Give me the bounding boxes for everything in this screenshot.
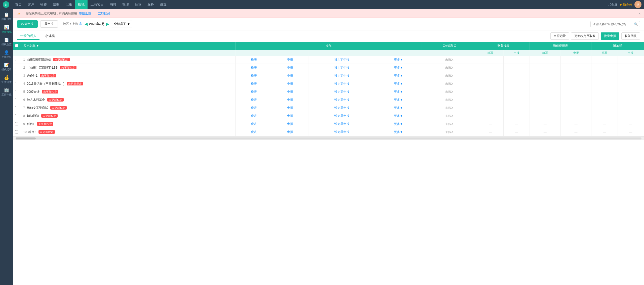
nav-bookkeeping[interactable]: 记账	[62, 0, 75, 9]
row-op1-3[interactable]: 税表	[236, 80, 272, 88]
row-check-5[interactable]	[15, 98, 18, 101]
row-op3-1[interactable]: 设为零申报	[308, 64, 375, 72]
row-op4-9[interactable]: 更多▼	[375, 128, 422, 136]
row-op2-3[interactable]: 申报	[272, 80, 308, 88]
retrieve-button[interactable]: 收取回执	[621, 32, 640, 40]
row-op4-7[interactable]: 更多▼	[375, 112, 422, 120]
type-tab-general[interactable]: 一般的税人	[17, 33, 39, 40]
sidebar-item-personal-tax[interactable]: 👤 个税申报	[0, 48, 13, 61]
nav-customer[interactable]: 客户	[25, 0, 37, 9]
row-op2-8[interactable]: 申报	[272, 120, 308, 128]
row-op2-5[interactable]: 申报	[272, 96, 308, 104]
horizontal-scrollbar[interactable]	[13, 136, 644, 140]
date-next-arrow[interactable]: ▶	[106, 22, 109, 26]
row-op4-0[interactable]: 更多▼	[375, 56, 422, 64]
notice-close-button[interactable]: ×	[639, 12, 641, 16]
row-check-3[interactable]	[15, 82, 18, 85]
row-f1-7: —	[477, 112, 503, 120]
fullscreen-button[interactable]: ⛶ 全屏	[608, 3, 617, 7]
row-op1-7[interactable]: 税表	[236, 112, 272, 120]
row-op1-2[interactable]: 税表	[236, 72, 272, 80]
row-op2-6[interactable]: 申报	[272, 104, 308, 112]
row-op3-4[interactable]: 设为零申报	[308, 88, 375, 96]
row-op2-9[interactable]: 申报	[272, 128, 308, 136]
row-op2-0[interactable]: 申报	[272, 56, 308, 64]
nav-tax[interactable]: 报税	[75, 0, 88, 9]
row-check-2[interactable]	[15, 74, 18, 77]
nav-billing[interactable]: 收费	[37, 0, 50, 9]
date-prev-arrow[interactable]: ◀	[85, 22, 88, 26]
nav-operation[interactable]: 经营	[132, 0, 144, 9]
row-op1-5[interactable]: 税表	[236, 96, 272, 104]
header-ca-status: CA状态 C	[422, 42, 477, 50]
notice-link-report[interactable]: 申报汇签	[79, 11, 91, 16]
nav-message[interactable]: 消息	[107, 0, 119, 9]
row-op3-2[interactable]: 设为零申报	[308, 72, 375, 80]
upgrade-button[interactable]: ▶ 畅会员	[620, 3, 632, 7]
row-op4-1[interactable]: 更多▼	[375, 64, 422, 72]
user-avatar[interactable]: U	[634, 1, 641, 8]
search-icon[interactable]: 🔍	[634, 22, 638, 26]
row-op1-8[interactable]: 税表	[236, 120, 272, 128]
row-op3-9[interactable]: 设为零申报	[308, 128, 375, 136]
row-check-4[interactable]	[15, 90, 18, 93]
nav-settings[interactable]: 设置	[157, 0, 170, 9]
row-check-6[interactable]	[15, 106, 18, 109]
row-check-1[interactable]	[15, 66, 18, 69]
row-op1-9[interactable]: 税表	[236, 128, 272, 136]
row-op3-6[interactable]: 设为零申报	[308, 104, 375, 112]
select-all-checkbox[interactable]	[15, 44, 18, 47]
row-op3-8[interactable]: 设为零申报	[308, 120, 375, 128]
sidebar-item-annual-report[interactable]: 🏢 工商年报	[0, 86, 13, 98]
row-op4-2[interactable]: 更多▼	[375, 72, 422, 80]
row-check-8[interactable]	[15, 122, 18, 125]
row-status-8: 未更新税定	[37, 122, 53, 126]
row-op2-2[interactable]: 申报	[272, 72, 308, 80]
apply-record-button[interactable]: 申报记录	[550, 32, 569, 40]
row-op2-1[interactable]: 申报	[272, 64, 308, 72]
row-op4-3[interactable]: 更多▼	[375, 80, 422, 88]
tab-tax-declaration[interactable]: 税款申报	[17, 20, 38, 28]
row-check-9[interactable]	[15, 130, 18, 133]
row-op1-4[interactable]: 税表	[236, 88, 272, 96]
update-tax-rate-button[interactable]: 更新税定及取数	[571, 32, 599, 40]
nav-home[interactable]: 首页	[12, 0, 25, 9]
nav-service[interactable]: 服务	[144, 0, 157, 9]
table-row: 9 科目1 未更新税定 税表 申报 设为零申报 更多▼ 未插入 — — — — …	[13, 120, 644, 128]
scroll-thumb[interactable]	[16, 137, 36, 139]
sidebar-item-tax-records[interactable]: 📝 报税记录	[0, 61, 13, 73]
sidebar-item-settlement[interactable]: 💰 汇算清缴	[0, 73, 13, 86]
row-op1-1[interactable]: 税表	[236, 64, 272, 72]
row-op3-0[interactable]: 设为零申报	[308, 56, 375, 64]
row-op3-5[interactable]: 设为零申报	[308, 96, 375, 104]
region-info-icon[interactable]: ⓘ	[79, 22, 82, 26]
notice-link-buy[interactable]: 立即购买	[98, 11, 110, 16]
row-check-0[interactable]	[15, 58, 18, 61]
row-op1-0[interactable]: 税表	[236, 56, 272, 64]
logo[interactable]: 财	[3, 1, 10, 8]
row-f5-4: —	[591, 88, 618, 96]
staff-selector[interactable]: 全部员工 ▼	[112, 21, 132, 27]
row-op2-7[interactable]: 申报	[272, 112, 308, 120]
row-ca-9: 未插入	[422, 128, 477, 136]
row-op3-3[interactable]: 设为零申报	[308, 80, 375, 88]
search-input[interactable]	[593, 22, 633, 26]
row-op4-5[interactable]: 更多▼	[375, 96, 422, 104]
tab-zero-declaration[interactable]: 零申报	[40, 20, 58, 28]
sidebar-item-tax-settings[interactable]: 📋 报税设置	[0, 10, 13, 23]
row-op2-4[interactable]: 申报	[272, 88, 308, 96]
row-op3-7[interactable]: 设为零申报	[308, 112, 375, 120]
row-op1-6[interactable]: 税表	[236, 104, 272, 112]
batch-apply-button[interactable]: 批量申报	[601, 32, 619, 40]
type-tab-small[interactable]: 小规模	[42, 33, 58, 40]
nav-business[interactable]: 工商项目	[88, 0, 107, 9]
row-op4-8[interactable]: 更多▼	[375, 120, 422, 128]
nav-manage[interactable]: 管理	[119, 0, 132, 9]
sidebar-item-tax-overview[interactable]: 📄 报税总览	[0, 35, 13, 48]
row-op4-4[interactable]: 更多▼	[375, 88, 422, 96]
nav-invoice[interactable]: 票据	[50, 0, 62, 9]
row-check-7[interactable]	[15, 114, 18, 117]
row-op4-6[interactable]: 更多▼	[375, 104, 422, 112]
sidebar-item-batch-tax[interactable]: 📊 批量报税	[0, 23, 13, 35]
scroll-track[interactable]	[16, 137, 641, 139]
